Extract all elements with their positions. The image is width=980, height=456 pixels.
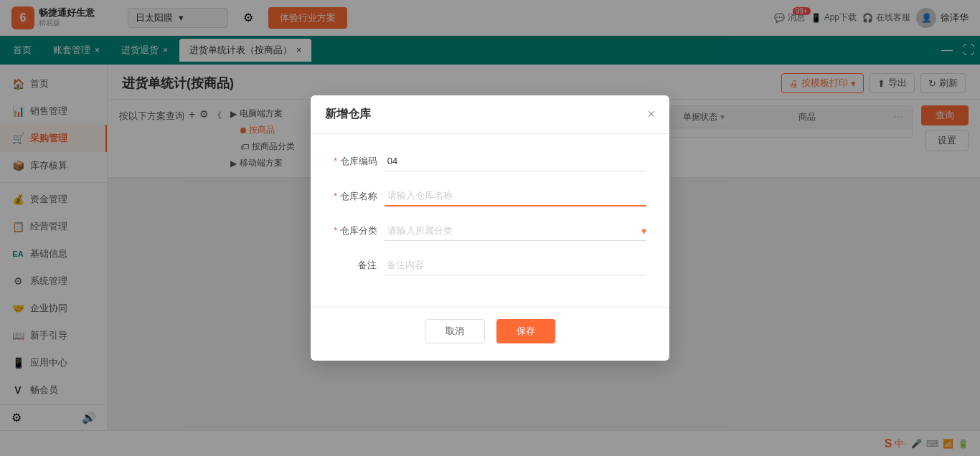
remark-input[interactable] [384,255,646,275]
warehouse-category-select-wrap: 请输入所属分类 ▾ [385,221,646,241]
form-row-name: * 仓库名称 [334,186,646,206]
category-chevron-icon: ▾ [641,225,646,237]
save-button[interactable]: 保存 [496,319,555,343]
form-name-label: * 仓库名称 [334,190,385,203]
dialog-footer: 取消 保存 [311,307,669,361]
required-star-name: * [334,191,337,201]
form-row-category: * 仓库分类 请输入所属分类 ▾ [334,221,646,241]
form-row-remark: 备注 [334,255,646,275]
warehouse-code-input[interactable] [385,151,646,171]
dialog-close-button[interactable]: × [647,107,655,122]
dialog-title: 新增仓库 [325,107,371,122]
form-category-label: * 仓库分类 [334,224,385,237]
form-remark-label: 备注 [334,259,384,272]
dialog-header: 新增仓库 × [311,95,669,134]
required-star-category: * [334,225,337,236]
required-star-code: * [334,156,337,166]
warehouse-name-input[interactable] [385,186,646,206]
form-code-label: * 仓库编码 [334,155,385,168]
cancel-button[interactable]: 取消 [425,319,485,343]
modal-overlay: 新增仓库 × * 仓库编码 * 仓库名称 [0,0,980,456]
new-warehouse-dialog: 新增仓库 × * 仓库编码 * 仓库名称 [311,95,669,361]
warehouse-category-select[interactable]: 请输入所属分类 [385,221,641,240]
form-row-code: * 仓库编码 [334,151,646,171]
dialog-body: * 仓库编码 * 仓库名称 * 仓库分类 [311,134,669,307]
